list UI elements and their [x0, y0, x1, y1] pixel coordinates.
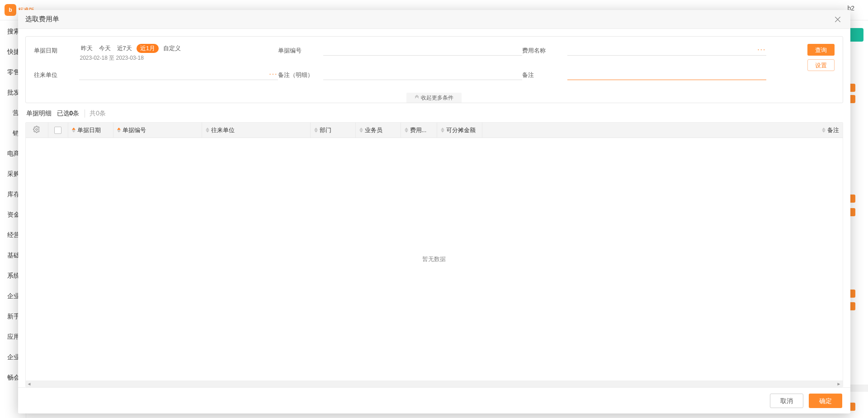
- column-label: 费用...: [410, 126, 427, 134]
- remark-detail-input-wrap: [323, 68, 522, 80]
- settings-button[interactable]: 设置: [807, 59, 835, 71]
- column-dept[interactable]: 部门: [311, 123, 356, 138]
- column-label: 单据日期: [77, 126, 101, 134]
- table-header: 单据日期 单据编号 往来单位 部门: [26, 123, 843, 138]
- scroll-left-icon[interactable]: ◄: [26, 380, 33, 387]
- column-remark[interactable]: 备注: [482, 123, 843, 138]
- modal-body: 单据日期 昨天 今天 近7天 近1月 自定义 2023-02-18 至 2023…: [18, 29, 850, 387]
- filter-party: 往来单位 ···: [34, 68, 278, 87]
- sort-icon[interactable]: [441, 127, 444, 134]
- column-label: 业务员: [365, 126, 382, 134]
- sort-icon[interactable]: [206, 127, 209, 134]
- checkbox[interactable]: [54, 127, 61, 134]
- column-doc-code[interactable]: 单据编号: [113, 123, 202, 138]
- column-doc-date[interactable]: 单据日期: [68, 123, 113, 138]
- date-chip-custom[interactable]: 自定义: [161, 44, 183, 53]
- table-horizontal-scrollbar[interactable]: ◄ ►: [26, 380, 843, 387]
- filter-doc-date: 单据日期 昨天 今天 近7天 近1月 自定义 2023-02-18 至 2023…: [34, 44, 278, 63]
- date-chip-last7[interactable]: 近7天: [115, 44, 134, 53]
- results-table: 单据日期 单据编号 往来单位 部门: [25, 122, 843, 387]
- sort-icon[interactable]: [117, 127, 121, 134]
- column-fee[interactable]: 费用...: [401, 123, 437, 138]
- column-agent[interactable]: 业务员: [356, 123, 401, 138]
- column-label: 备注: [827, 126, 839, 134]
- chevron-up-icon: [415, 95, 419, 101]
- column-label: 可分摊金额: [446, 126, 476, 134]
- fee-name-input[interactable]: [567, 44, 766, 56]
- remark-input[interactable]: [567, 68, 766, 80]
- doc-code-input[interactable]: [323, 44, 522, 56]
- scroll-right-icon[interactable]: ►: [835, 380, 843, 387]
- label-remark: 备注: [522, 68, 567, 79]
- filter-remark: 备注: [522, 68, 766, 87]
- list-header: 单据明细 已选0条 共0条: [25, 107, 843, 122]
- sort-icon[interactable]: [314, 127, 318, 134]
- date-chip-yesterday[interactable]: 昨天: [79, 44, 94, 53]
- modal-overlay: 选取费用单 单据日期 昨天 今天 近7天 近1月: [0, 0, 868, 418]
- label-party: 往来单位: [34, 68, 79, 79]
- date-chip-group: 昨天 今天 近7天 近1月 自定义: [79, 44, 278, 53]
- remark-input-wrap: [567, 68, 766, 80]
- selected-prefix: 已选: [57, 109, 70, 117]
- label-fee-name: 费用名称: [522, 44, 567, 55]
- table-body-empty: 暂无数据: [26, 138, 843, 380]
- label-doc-date: 单据日期: [34, 44, 79, 55]
- column-settings[interactable]: [26, 123, 48, 138]
- column-label: 往来单位: [211, 126, 235, 134]
- sort-icon[interactable]: [822, 127, 826, 134]
- column-party[interactable]: 往来单位: [202, 123, 311, 138]
- svg-point-0: [36, 128, 38, 130]
- column-select-all[interactable]: [48, 123, 68, 138]
- label-remark-detail: 备注（明细）: [278, 68, 323, 79]
- more-icon[interactable]: ···: [269, 70, 278, 78]
- party-input-wrap: ···: [79, 68, 278, 80]
- modal-header: 选取费用单: [18, 10, 850, 29]
- gear-icon: [33, 126, 40, 134]
- select-expense-modal: 选取费用单 单据日期 昨天 今天 近7天 近1月: [18, 10, 850, 413]
- selected-suffix: 条: [73, 109, 79, 117]
- list-title: 单据明细: [26, 109, 52, 118]
- party-input[interactable]: [79, 68, 278, 80]
- collapse-filters-button[interactable]: 收起更多条件: [406, 93, 462, 103]
- close-icon[interactable]: [832, 14, 843, 25]
- total-count: 共0条: [85, 109, 106, 118]
- filter-fee-name: 费用名称 ···: [522, 44, 766, 63]
- confirm-button[interactable]: 确定: [809, 394, 842, 408]
- selected-count: 已选0条: [57, 109, 80, 118]
- date-chip-last-month[interactable]: 近1月: [137, 44, 159, 53]
- modal-footer: 取消 确定: [18, 387, 850, 413]
- fee-name-input-wrap: ···: [567, 44, 766, 56]
- column-share-amount[interactable]: 可分摊金额: [437, 123, 482, 138]
- sort-icon[interactable]: [72, 127, 75, 134]
- column-label: 单据编号: [123, 126, 146, 134]
- filter-remark-detail: 备注（明细）: [278, 68, 522, 87]
- filter-doc-code: 单据编号: [278, 44, 522, 63]
- collapse-label: 收起更多条件: [421, 94, 453, 102]
- date-range-text: 2023-02-18 至 2023-03-18: [79, 54, 278, 62]
- column-label: 部门: [320, 126, 331, 134]
- sort-icon[interactable]: [405, 127, 408, 134]
- filter-panel: 单据日期 昨天 今天 近7天 近1月 自定义 2023-02-18 至 2023…: [25, 36, 843, 103]
- sort-icon[interactable]: [359, 127, 363, 134]
- more-icon[interactable]: ···: [757, 46, 766, 54]
- cancel-button[interactable]: 取消: [770, 394, 803, 408]
- label-doc-code: 单据编号: [278, 44, 323, 55]
- query-button[interactable]: 查询: [807, 44, 835, 56]
- empty-text: 暂无数据: [422, 255, 446, 263]
- doc-code-input-wrap: [323, 44, 522, 56]
- modal-title: 选取费用单: [25, 15, 59, 24]
- filter-actions: 查询 设置: [807, 44, 835, 71]
- date-chip-today[interactable]: 今天: [97, 44, 113, 53]
- remark-detail-input[interactable]: [323, 68, 522, 80]
